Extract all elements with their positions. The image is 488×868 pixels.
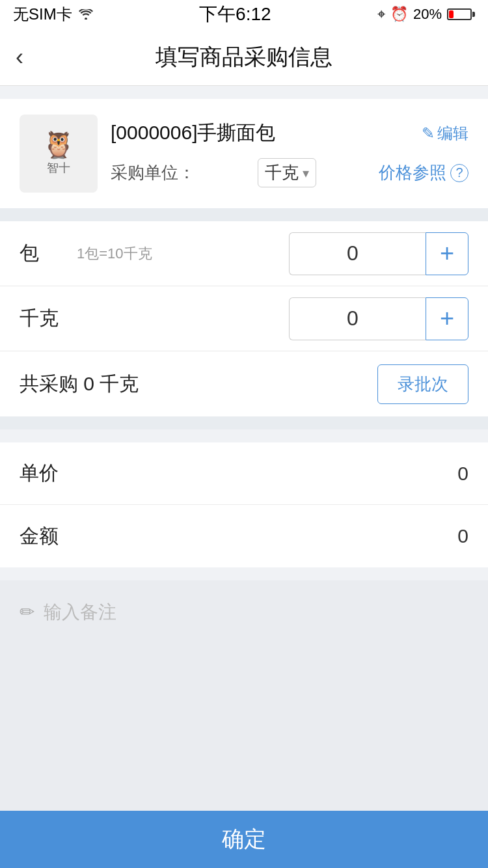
status-bar: 无SIM卡 下午6:12 ⌖ ⏰ 20% (0, 0, 488, 29)
status-left: 无SIM卡 (13, 4, 93, 25)
batch-button[interactable]: 录批次 (377, 364, 468, 404)
product-name: [0000006]手撕面包 (111, 120, 275, 146)
bag-quantity-row: 包 1包=10千克 + (0, 221, 488, 286)
wifi-icon (79, 5, 93, 23)
info-icon: ? (450, 164, 468, 182)
bag-label: 包 (20, 240, 72, 267)
product-card: 🦉 智十 [0000006]手撕面包 ✎ 编辑 采购单位： 千克 ▾ 价格参照 … (0, 99, 488, 208)
amount-value: 0 (457, 525, 468, 547)
pencil-icon: ✏ (20, 601, 34, 623)
product-logo-text: 智十 (42, 160, 75, 176)
summary-text: 共采购 0 千克 (20, 371, 139, 398)
price-reference-button[interactable]: 价格参照 ? (379, 161, 468, 184)
battery-percent: 20% (413, 6, 442, 23)
summary-row: 共采购 0 千克 录批次 (0, 351, 488, 416)
confirm-button[interactable]: 确定 (0, 811, 488, 868)
notes-placeholder: 输入备注 (44, 600, 116, 625)
product-info: [0000006]手撕面包 ✎ 编辑 采购单位： 千克 ▾ 价格参照 ? (111, 120, 468, 187)
bag-input-group: + (289, 232, 468, 275)
confirm-label: 确定 (222, 824, 266, 854)
product-image: 🦉 智十 (20, 115, 98, 193)
kg-input-group: + (289, 297, 468, 340)
bag-plus-button[interactable]: + (426, 232, 468, 275)
alarm-icon: ⏰ (390, 6, 408, 23)
notes-section[interactable]: ✏ 输入备注 (0, 580, 488, 698)
nav-bar: ‹ 填写商品采购信息 (0, 29, 488, 86)
unit-price-value: 0 (457, 463, 468, 485)
amount-row: 金额 0 (0, 505, 488, 567)
status-right: ⌖ ⏰ 20% (377, 6, 475, 23)
bag-quantity-input[interactable] (289, 232, 426, 275)
unit-select[interactable]: 千克 ▾ (258, 158, 316, 187)
page-title: 填写商品采购信息 (156, 42, 332, 72)
unit-price-row: 单价 0 (0, 442, 488, 505)
edit-button[interactable]: ✎ 编辑 (422, 123, 468, 144)
battery-icon (447, 8, 475, 20)
bag-sublabel: 1包=10千克 (77, 244, 289, 264)
back-button[interactable]: ‹ (16, 44, 23, 71)
unit-label: 采购单位： (111, 161, 195, 184)
unit-price-label: 单价 (20, 460, 59, 487)
chevron-down-icon: ▾ (303, 165, 309, 181)
kg-quantity-input[interactable] (289, 297, 426, 340)
carrier-label: 无SIM卡 (13, 4, 72, 25)
price-section: 单价 0 金额 0 (0, 442, 488, 567)
quantity-form: 包 1包=10千克 + 千克 + (0, 221, 488, 351)
status-time: 下午6:12 (199, 2, 271, 27)
kg-plus-button[interactable]: + (426, 297, 468, 340)
location-icon: ⌖ (377, 6, 385, 23)
separator-1 (0, 208, 488, 221)
kg-quantity-row: 千克 + (0, 286, 488, 351)
unit-value: 千克 (265, 161, 299, 184)
edit-icon: ✎ (422, 124, 435, 142)
product-logo-icon: 🦉 (42, 131, 75, 157)
separator-2 (0, 416, 488, 429)
amount-label: 金额 (20, 523, 59, 550)
kg-label: 千克 (20, 305, 72, 332)
